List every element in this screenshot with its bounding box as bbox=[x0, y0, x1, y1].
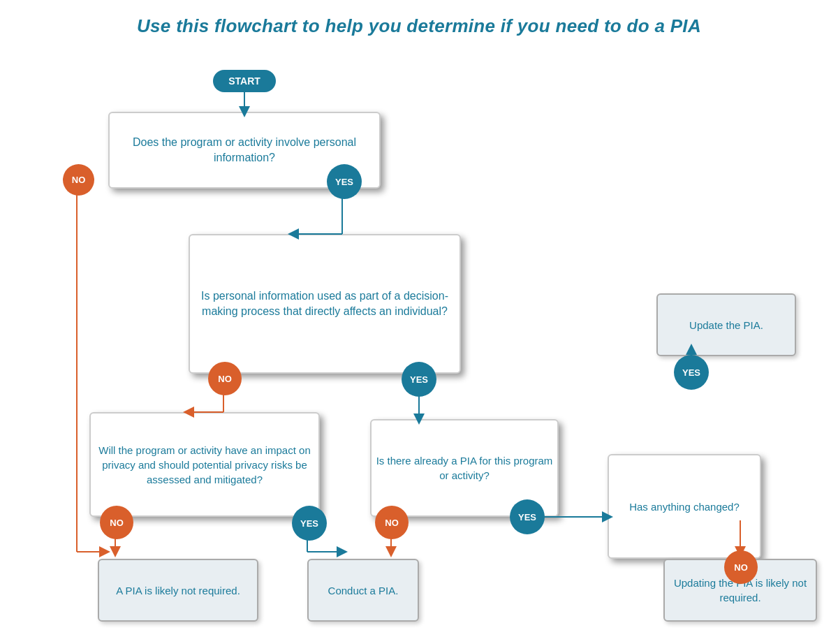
q1-yes-badge: YES bbox=[327, 164, 362, 199]
q1-no-badge: NO bbox=[63, 164, 94, 196]
q5-yes-badge: YES bbox=[674, 355, 709, 390]
q3-yes-badge: YES bbox=[292, 506, 327, 541]
page-title: Use this flowchart to help you determine… bbox=[0, 0, 838, 37]
q4-no-badge: NO bbox=[375, 506, 409, 539]
q2-no-badge: NO bbox=[208, 362, 242, 395]
q4-yes-badge: YES bbox=[510, 499, 545, 534]
flowchart-svg bbox=[0, 49, 838, 643]
q5-no-badge: NO bbox=[724, 550, 758, 584]
page-container: Use this flowchart to help you determine… bbox=[0, 0, 838, 644]
start-badge: START bbox=[213, 70, 276, 92]
q2-yes-badge: YES bbox=[402, 362, 436, 397]
flowchart-area: START Does the program or activity invol… bbox=[0, 49, 838, 643]
q3-no-badge: NO bbox=[100, 506, 133, 539]
